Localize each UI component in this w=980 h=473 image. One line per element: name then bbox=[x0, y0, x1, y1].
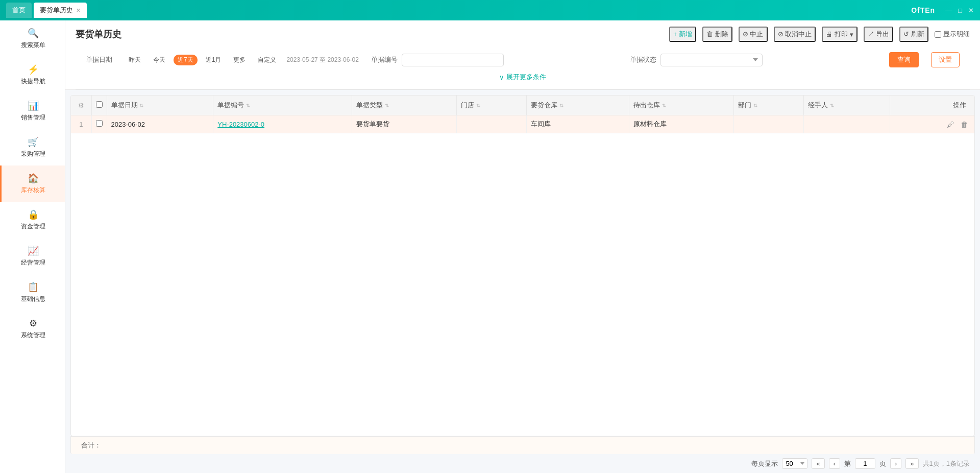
col-req-warehouse[interactable]: 要货仓库 ⇅ bbox=[526, 96, 629, 115]
new-button[interactable]: + 新增 bbox=[669, 27, 696, 42]
sidebar-item-inventory[interactable]: 🏠 库存核算 bbox=[0, 165, 65, 202]
quicknav-icon: ⚡ bbox=[28, 64, 39, 75]
basic-info-icon: 📋 bbox=[28, 281, 39, 293]
row-req-warehouse: 车间库 bbox=[526, 115, 629, 133]
sidebar-item-operations[interactable]: 📈 经营管理 bbox=[0, 238, 65, 274]
display-detail-checkbox[interactable] bbox=[935, 31, 941, 38]
delete-button[interactable]: 🗑 删除 bbox=[702, 27, 732, 42]
col-ops: 操作 bbox=[890, 96, 974, 115]
tab-active[interactable]: 要货单历史 ✕ bbox=[34, 3, 87, 18]
display-detail-label: 显示明细 bbox=[935, 30, 970, 39]
col-settings[interactable]: ⚙ bbox=[71, 96, 91, 115]
inventory-icon: 🏠 bbox=[28, 173, 39, 184]
main-layout: 🔍 搜索菜单 ⚡ 快捷导航 📊 销售管理 🛒 采购管理 🏠 库存核算 🔒 资金管… bbox=[0, 20, 980, 473]
prev-page-btn[interactable]: ‹ bbox=[829, 458, 840, 469]
row-doc-type: 要货单要货 bbox=[352, 115, 457, 133]
status-label: 单据状态 bbox=[630, 55, 656, 64]
first-page-btn[interactable]: « bbox=[812, 458, 824, 469]
status-filter-group: 单据状态 bbox=[630, 54, 877, 66]
sort-dept-icon: ⇅ bbox=[753, 103, 757, 108]
sort-type-icon: ⇅ bbox=[385, 103, 389, 108]
cancel-stop-button[interactable]: ⊘ 取消中止 bbox=[774, 27, 816, 42]
sort-pending-warehouse-icon: ⇅ bbox=[662, 103, 666, 108]
expand-more-btn[interactable]: ∨ 展开更多条件 bbox=[86, 70, 960, 84]
query-button[interactable]: 查询 bbox=[889, 52, 919, 67]
export-button[interactable]: ↗ 导出 bbox=[864, 27, 894, 42]
doc-no-label: 单据编号 bbox=[371, 55, 398, 64]
sidebar: 🔍 搜索菜单 ⚡ 快捷导航 📊 销售管理 🛒 采购管理 🏠 库存核算 🔒 资金管… bbox=[0, 20, 65, 473]
row-pending-warehouse: 原材料仓库 bbox=[629, 115, 734, 133]
date-7days[interactable]: 近7天 bbox=[174, 55, 198, 65]
last-page-btn[interactable]: » bbox=[905, 458, 918, 469]
row-department bbox=[734, 115, 804, 133]
sidebar-item-finance[interactable]: 🔒 资金管理 bbox=[0, 202, 65, 238]
select-all-checkbox[interactable] bbox=[96, 101, 103, 108]
col-department[interactable]: 部门 ⇅ bbox=[734, 96, 804, 115]
col-pending-warehouse[interactable]: 待出仓库 ⇅ bbox=[629, 96, 734, 115]
sidebar-item-purchase[interactable]: 🛒 采购管理 bbox=[0, 129, 65, 165]
row-edit-icon[interactable]: 🖊 bbox=[945, 119, 957, 130]
top-bar: 首页 要货单历史 ✕ OfTEn — □ ✕ bbox=[0, 0, 980, 20]
table-container: ⚙ 单据日期 ⇅ 单据编号 ⇅ 单据类型 bbox=[70, 95, 975, 436]
row-delete-icon[interactable]: 🗑 bbox=[959, 119, 970, 130]
page-size-select[interactable]: 20 50 100 200 bbox=[782, 458, 807, 469]
maximize-btn[interactable]: □ bbox=[958, 7, 962, 14]
stop-button[interactable]: ⊘ 中止 bbox=[739, 27, 768, 42]
row-date: 2023-06-02 bbox=[107, 115, 213, 133]
sidebar-item-sales[interactable]: 📊 销售管理 bbox=[0, 93, 65, 129]
date-today[interactable]: 今天 bbox=[149, 55, 169, 65]
purchase-icon: 🛒 bbox=[28, 136, 39, 148]
row-num: 1 bbox=[71, 115, 91, 133]
filter-bar: 单据日期 昨天 今天 近7天 近1月 更多 自定义 2023-05-27 至 2… bbox=[76, 47, 970, 89]
settings-button[interactable]: 设置 bbox=[931, 52, 960, 67]
col-doc-no[interactable]: 单据编号 ⇅ bbox=[213, 96, 352, 115]
window-controls: OfTEn — □ ✕ bbox=[911, 6, 974, 14]
row-doc-no: YH-20230602-0 bbox=[213, 115, 352, 133]
system-icon: ⚙ bbox=[29, 318, 37, 329]
print-button[interactable]: 🖨 打印 ▾ bbox=[822, 27, 857, 42]
row-checkbox[interactable] bbox=[96, 120, 103, 127]
tab-home[interactable]: 首页 bbox=[6, 3, 32, 18]
sidebar-item-system[interactable]: ⚙ 系统管理 bbox=[0, 311, 65, 347]
sidebar-item-search[interactable]: 🔍 搜索菜单 bbox=[0, 20, 65, 57]
tab-close-icon[interactable]: ✕ bbox=[76, 7, 81, 14]
date-1month[interactable]: 近1月 bbox=[202, 55, 226, 65]
date-yesterday[interactable]: 昨天 bbox=[125, 55, 145, 65]
brand-name: OfTEn bbox=[911, 6, 935, 14]
sales-icon: 📊 bbox=[28, 100, 39, 111]
sidebar-item-basic-info[interactable]: 📋 基础信息 bbox=[0, 274, 65, 311]
doc-no-input[interactable] bbox=[402, 54, 504, 66]
row-doc-no-link[interactable]: YH-20230602-0 bbox=[217, 121, 264, 128]
table-header-row: ⚙ 单据日期 ⇅ 单据编号 ⇅ 单据类型 bbox=[71, 96, 974, 115]
status-select[interactable] bbox=[660, 54, 763, 66]
col-date[interactable]: 单据日期 ⇅ bbox=[107, 96, 213, 115]
date-filter-label: 单据日期 bbox=[86, 55, 112, 64]
content-area: 要货单历史 + 新增 🗑 删除 ⊘ 中止 ⊘ 取消中止 🖨 bbox=[65, 20, 980, 473]
minimize-btn[interactable]: — bbox=[945, 7, 952, 14]
sidebar-item-quicknav[interactable]: ⚡ 快捷导航 bbox=[0, 57, 65, 93]
page-title: 要货单历史 bbox=[76, 28, 121, 40]
row-checkbox-cell bbox=[91, 115, 107, 133]
print-dropdown-icon: ▾ bbox=[850, 31, 853, 38]
sort-req-warehouse-icon: ⇅ bbox=[559, 103, 564, 108]
col-store[interactable]: 门店 ⇅ bbox=[457, 96, 527, 115]
refresh-button[interactable]: ↺ 刷新 bbox=[899, 27, 928, 42]
table-row: 1 2023-06-02 YH-20230602-0 要货单要货 bbox=[71, 115, 974, 133]
sort-date-icon: ⇅ bbox=[139, 103, 143, 108]
col-doc-type[interactable]: 单据类型 ⇅ bbox=[352, 96, 457, 115]
doc-no-filter-group: 单据编号 bbox=[371, 54, 618, 66]
next-page-btn[interactable]: › bbox=[890, 458, 901, 469]
close-btn[interactable]: ✕ bbox=[968, 7, 974, 14]
row-store bbox=[457, 115, 527, 133]
page-input[interactable] bbox=[855, 458, 875, 469]
date-custom[interactable]: 自定义 bbox=[254, 55, 280, 65]
data-table: ⚙ 单据日期 ⇅ 单据编号 ⇅ 单据类型 bbox=[71, 96, 974, 133]
sort-handler-icon: ⇅ bbox=[830, 103, 834, 108]
date-filter-options: 昨天 今天 近7天 近1月 更多 自定义 2023-05-27 至 2023-0… bbox=[125, 55, 359, 65]
summary-bar: 合计： bbox=[70, 436, 975, 454]
row-ops: 🖊 🗑 bbox=[890, 115, 974, 133]
finance-icon: 🔒 bbox=[28, 209, 39, 220]
col-handler[interactable]: 经手人 ⇅ bbox=[804, 96, 890, 115]
total-text: 共1页，1条记录 bbox=[923, 459, 970, 468]
date-more[interactable]: 更多 bbox=[229, 55, 250, 65]
